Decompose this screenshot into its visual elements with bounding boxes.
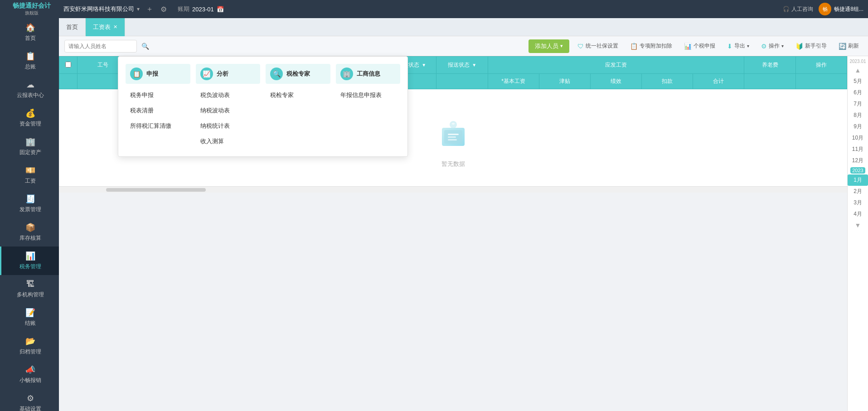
sidebar-label-xiaochang: 小畅报销 (19, 377, 41, 384)
timeline-month-9月[interactable]: 9月 (848, 121, 868, 132)
operation-icon: ⚙ (761, 43, 767, 50)
menu-section-header-business_info: 🏢工商信息 (336, 64, 401, 84)
company-selector[interactable]: 西安虾米网络科技有限公司 ▾ (63, 5, 140, 13)
calendar-icon[interactable]: 📅 (217, 6, 224, 13)
social-security-button[interactable]: 🛡 统一社保设置 (574, 40, 622, 52)
scrollbar-thumb[interactable] (106, 188, 206, 192)
timeline-month-2月[interactable]: 2月 (848, 186, 868, 197)
menu-item-tax_statistics[interactable]: 纳税统计表 (196, 118, 261, 134)
tab-salary_table[interactable]: 工资表✕ (86, 18, 125, 36)
export-chevron-icon: ▾ (747, 44, 749, 48)
user-name: 畅捷通8组... (834, 5, 863, 13)
sidebar-item-home[interactable]: 🏠首页 (0, 18, 59, 47)
sidebar-item-salary[interactable]: 💴工资 (0, 161, 59, 189)
special-deduction-button[interactable]: 📋 专项附加扣除 (626, 40, 676, 52)
search-input[interactable] (64, 40, 137, 53)
sidebar-label-salary: 工资 (25, 177, 36, 185)
timeline-month-1月[interactable]: 1月 (848, 174, 868, 186)
tab-close-icon-salary_table[interactable]: ✕ (113, 24, 117, 30)
sidebar-item-xiaochang[interactable]: 📣小畅报销 (0, 360, 59, 389)
operation-button[interactable]: ⚙ 操作 ▾ (757, 40, 787, 52)
user-info[interactable]: 畅 畅捷通8组... (819, 3, 863, 15)
sidebar-item-inventory[interactable]: 📦库存核算 (0, 218, 59, 247)
sidebar-icon-multi: 🏗 (26, 280, 34, 289)
sidebar-item-invoice[interactable]: 🧾发票管理 (0, 189, 59, 218)
menu-item-income_calc[interactable]: 收入测算 (196, 134, 261, 149)
add-person-button[interactable]: 添加人员 ▾ (529, 39, 569, 53)
menu-item-income_settle[interactable]: 所得税汇算清缴 (126, 118, 190, 134)
service-button[interactable]: 🎧 人工咨询 (783, 5, 813, 13)
select-all-checkbox[interactable] (65, 62, 71, 68)
sidebar-icon-basic: ⚙ (27, 393, 34, 403)
timeline-up-icon[interactable]: ▲ (853, 65, 863, 76)
timeline-month-11月[interactable]: 11月 (848, 144, 868, 155)
sidebar-item-fund[interactable]: 💰资金管理 (0, 104, 59, 132)
menu-item-tax_payment[interactable]: 纳税波动表 (196, 103, 261, 118)
sidebar-label-archive: 归档管理 (19, 348, 41, 356)
sidebar-label-inventory: 库存核算 (19, 234, 41, 242)
menu-section-header-declaration: 📋申报 (126, 64, 190, 84)
deduct-header: 扣款 (642, 74, 693, 89)
tax-report-button[interactable]: 📊 个税申报 (680, 40, 719, 52)
sidebar-label-general: 总账 (25, 63, 36, 71)
tab-home[interactable]: 首页 (59, 18, 86, 36)
empty-text: 暂无数据 (441, 160, 465, 168)
period-value: 2023-01 (192, 6, 214, 13)
headset-icon: 🎧 (783, 6, 790, 12)
menu-section-declaration: 📋申报税务申报税表清册所得税汇算清缴 (123, 61, 193, 152)
sidebar-item-settle[interactable]: 📝结账 (0, 303, 59, 332)
timeline-month-10月[interactable]: 10月 (848, 132, 868, 144)
sidebar-label-fund: 资金管理 (19, 120, 41, 128)
timeline-month-8月[interactable]: 8月 (848, 110, 868, 121)
submit-filter-icon[interactable]: ▼ (472, 63, 476, 68)
svg-rect-3 (448, 136, 456, 138)
sidebar-icon-settle: 📝 (25, 308, 35, 318)
menu-item-tax_fluctuation[interactable]: 税负波动表 (196, 87, 261, 103)
sidebar-icon-assets: 🏢 (25, 137, 35, 147)
sidebar-label-assets: 固定资产 (19, 149, 41, 156)
timeline-month-12月[interactable]: 12月 (848, 155, 868, 166)
guide-label: 新手引导 (805, 42, 827, 50)
menu-item-tax_form[interactable]: 税表清册 (126, 103, 190, 118)
refresh-button[interactable]: 🔄 刷新 (835, 40, 863, 52)
timeline-month-5月[interactable]: 5月 (848, 76, 868, 87)
menu-item-tax_check[interactable]: 税检专家 (266, 87, 330, 103)
sidebar-icon-xiaochang: 📣 (25, 365, 35, 375)
sidebar-item-basic[interactable]: ⚙基础设置 (0, 389, 59, 411)
add-person-label: 添加人员 (535, 42, 558, 50)
period-label: 账期 (178, 5, 189, 13)
add-company-icon[interactable]: ＋ (144, 4, 155, 15)
company-name: 西安虾米网络科技有限公司 (63, 5, 134, 13)
timeline-month-3月[interactable]: 3月 (848, 197, 868, 208)
header-actions: ＋ ⚙ (144, 4, 169, 15)
checkbox-sub-header (59, 74, 78, 89)
menu-item-tax_report[interactable]: 税务申报 (126, 87, 190, 103)
col-pension-header: 养老费 (744, 57, 795, 74)
sidebar-item-archive[interactable]: 📂归档管理 (0, 332, 59, 360)
export-button[interactable]: ⬇ 导出 ▾ (723, 40, 753, 52)
timeline-down-icon[interactable]: ▼ (853, 220, 863, 231)
timeline-year-badge: 2023 (850, 167, 865, 174)
sidebar-item-multi[interactable]: 🏗多机构管理 (0, 275, 59, 303)
sidebar-item-cloud[interactable]: ☁云报表中心 (0, 75, 59, 104)
sidebar-icon-home: 🏠 (25, 23, 35, 33)
checkbox-col-header[interactable] (59, 57, 78, 74)
sidebar-item-assets[interactable]: 🏢固定资产 (0, 132, 59, 161)
logo-title: 畅捷通好会计 (13, 2, 51, 10)
search-icon[interactable]: 🔍 (141, 43, 149, 50)
top-header: 畅捷通好会计 旗舰版 西安虾米网络科技有限公司 ▾ ＋ ⚙ 账期 2023-01… (0, 0, 868, 18)
filter-icon[interactable]: ▼ (422, 63, 426, 68)
action-sub-header (795, 74, 847, 89)
menu-item-annual_report[interactable]: 年报信息申报表 (336, 87, 401, 103)
sidebar-item-tax[interactable]: 📊税务管理 (0, 247, 59, 275)
logo-subtitle: 旗舰版 (25, 10, 39, 16)
social-security-label: 统一社保设置 (586, 42, 618, 50)
guide-button[interactable]: 🔰 新手引导 (792, 40, 830, 52)
sidebar-item-general[interactable]: 📋总账 (0, 47, 59, 75)
basic-wage-header: *基本工资 (488, 74, 539, 89)
timeline-month-4月[interactable]: 4月 (848, 208, 868, 220)
menu-section-header-analysis: 📈分析 (196, 64, 261, 84)
settings-icon[interactable]: ⚙ (159, 4, 169, 15)
timeline-month-6月[interactable]: 6月 (848, 87, 868, 98)
timeline-month-7月[interactable]: 7月 (848, 98, 868, 110)
